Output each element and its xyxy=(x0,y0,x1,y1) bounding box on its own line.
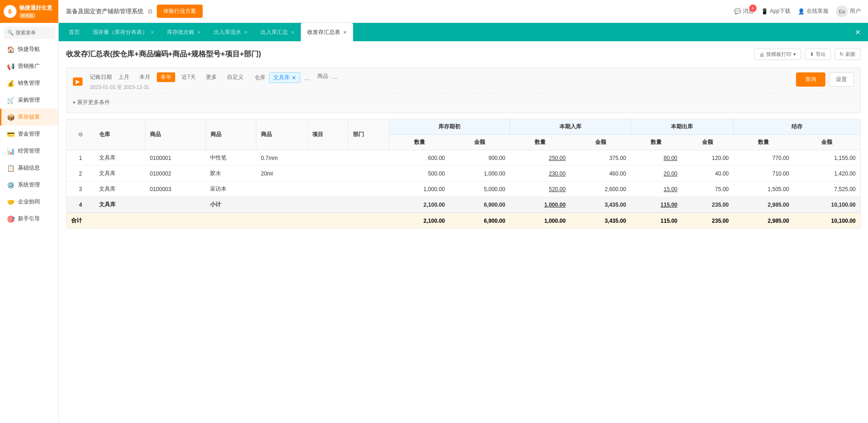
sidebar-item-collab[interactable]: 🤝 企业协同 xyxy=(0,193,58,210)
date-7days[interactable]: 近7天 xyxy=(178,72,199,82)
date-last-month[interactable]: 上月 xyxy=(115,72,133,82)
th-closing-qty: 数量 xyxy=(733,135,794,150)
filter-toggle-icon[interactable]: ▶ xyxy=(73,77,83,86)
th-settings[interactable]: ⚙ xyxy=(66,119,94,150)
cell-warehouse: 文具库 xyxy=(94,166,145,181)
sidebar-item-system[interactable]: ⚙️ 系统管理 xyxy=(0,176,58,193)
tab-in-out-flow[interactable]: 出入库流水 ✕ xyxy=(207,23,254,41)
date-more[interactable]: 更多 xyxy=(202,72,221,82)
warehouse-tag-close[interactable]: ✕ xyxy=(292,75,296,81)
cell-in-qty[interactable]: 520.00 xyxy=(510,181,570,197)
logo-text: 畅捷通好生意 标准版 xyxy=(19,4,52,19)
cell-department xyxy=(348,181,389,197)
sidebar-item-marketing[interactable]: 📢 营销推广 xyxy=(0,58,58,75)
sidebar-item-quick-nav[interactable]: 🏠 快捷导航 xyxy=(0,41,58,58)
data-table-wrapper: ⚙ 仓库 商品 商品 商品 项目 部门 库存期初 本期入库 本期出库 结存 数量 xyxy=(66,119,861,229)
gear-icon[interactable]: ⚙ xyxy=(147,8,153,15)
sidebar-item-guide[interactable]: 🎯 新手引导 xyxy=(0,210,58,227)
search-menu-button[interactable]: 🔍 搜索菜单 xyxy=(4,27,55,39)
footer-in-qty: 1,000.00 xyxy=(510,213,570,228)
tab-batch-account[interactable]: 库存批次账 ✕ xyxy=(160,23,207,41)
export-button[interactable]: ⬇ 导出 xyxy=(805,49,831,60)
cell-opening-qty: 500.00 xyxy=(389,166,450,181)
refresh-icon: ↻ xyxy=(840,51,844,57)
print-button[interactable]: 🖨 按模板打印 ▾ xyxy=(754,49,801,60)
user-menu[interactable]: Ea 用户 xyxy=(836,5,861,17)
th-product-code: 商品 xyxy=(145,119,206,150)
sidebar-item-sales[interactable]: 💰 销售管理 xyxy=(0,75,58,92)
cell-closing-amt: 1,155.00 xyxy=(794,150,860,166)
th-out-amt: 金额 xyxy=(682,135,733,150)
experience-button[interactable]: 体验行业方案 xyxy=(157,5,203,18)
tab-inventory-distribution[interactable]: 现存量（库存分布表） ✕ xyxy=(86,23,160,41)
cell-product-name: 采访本 xyxy=(205,181,256,197)
home-icon: 🏠 xyxy=(7,46,14,53)
tab-receipt-summary[interactable]: 收发存汇总表 ✕ xyxy=(301,23,353,41)
tab-home[interactable]: 首页 xyxy=(62,23,86,41)
cell-out-amt: 235.00 xyxy=(682,197,733,213)
app-download-button[interactable]: 📱 App下载 xyxy=(761,7,791,15)
filter-bar: ▶ 记账日期 上月 本月 本年 近7天 更多 自定义 2023-01-01 至 … xyxy=(66,67,861,113)
cell-out-amt: 75.00 xyxy=(682,181,733,197)
message-button[interactable]: 💬 消息 6 xyxy=(734,7,754,15)
tab-close-icon[interactable]: ✕ xyxy=(291,30,294,35)
date-this-year[interactable]: 本年 xyxy=(157,72,175,82)
date-range-display: 2023-01-01 至 2023-12-31 xyxy=(90,84,247,91)
date-custom[interactable]: 自定义 xyxy=(223,72,247,82)
cell-product-name: 小计 xyxy=(205,197,256,213)
table-row: 4文具库小计2,100.006,900.001,000.003,435.0011… xyxy=(66,197,860,213)
cell-product-name: 中性笔 xyxy=(205,150,256,166)
cell-in-qty[interactable]: 250.00 xyxy=(510,150,570,166)
logo: 6 畅捷通好生意 标准版 xyxy=(0,0,58,23)
finance-icon: 💳 xyxy=(7,131,14,138)
sidebar-item-finance[interactable]: 💳 资金管理 xyxy=(0,126,58,143)
th-product-name: 商品 xyxy=(205,119,256,150)
refresh-button[interactable]: ↻ 刷新 xyxy=(835,49,861,60)
cell-closing-qty: 2,985.00 xyxy=(733,197,794,213)
page-content: 收发存汇总表(按仓库+商品编码+商品+规格型号+项目+部门) 🖨 按模板打印 ▾… xyxy=(59,41,868,423)
filter-settings-button[interactable]: 设置 xyxy=(829,72,854,87)
tab-close-icon[interactable]: ✕ xyxy=(197,30,201,35)
cell-out-qty[interactable]: 15.00 xyxy=(630,181,682,197)
cell-in-qty[interactable]: 230.00 xyxy=(510,166,570,181)
table-row: 3文具库0100003采访本1,000.005,000.00520.002,60… xyxy=(66,181,860,197)
tab-close-icon[interactable]: ✕ xyxy=(244,30,248,35)
tab-close-icon[interactable]: ✕ xyxy=(343,30,347,35)
tabbar-close-all[interactable]: ✕ xyxy=(851,28,864,37)
cell-in-qty[interactable]: 1,000.00 xyxy=(510,197,570,213)
message-icon: 💬 xyxy=(734,8,741,15)
cell-out-qty[interactable]: 80.00 xyxy=(630,150,682,166)
sidebar-item-inventory[interactable]: 📦 库存核算 xyxy=(0,109,58,126)
th-product-spec: 商品 xyxy=(256,119,308,150)
data-table: ⚙ 仓库 商品 商品 商品 项目 部门 库存期初 本期入库 本期出库 结存 数量 xyxy=(66,119,860,228)
cell-no: 1 xyxy=(66,150,94,166)
product-more-button[interactable]: ... xyxy=(332,73,338,80)
footer-label: 合计 xyxy=(66,213,389,228)
th-in-qty: 数量 xyxy=(510,135,570,150)
sidebar-item-business[interactable]: 📊 经营管理 xyxy=(0,143,58,159)
tab-close-icon[interactable]: ✕ xyxy=(150,30,154,35)
sidebar-item-basic-info[interactable]: 📋 基础信息 xyxy=(0,159,58,176)
warehouse-tag: 文具库 ✕ xyxy=(269,72,300,83)
tab-in-out-summary[interactable]: 出入库汇总 ✕ xyxy=(254,23,301,41)
sidebar-item-purchase[interactable]: 🛒 采购管理 xyxy=(0,92,58,109)
cell-out-qty[interactable]: 115.00 xyxy=(630,197,682,213)
date-this-month[interactable]: 本月 xyxy=(136,72,154,82)
avatar: Ea xyxy=(836,5,848,17)
footer-opening-amt: 6,900.00 xyxy=(449,213,510,228)
warehouse-filter: 仓库 文具库 ✕ ... xyxy=(254,72,310,83)
tabbar: 首页 现存量（库存分布表） ✕ 库存批次账 ✕ 出入库流水 ✕ 出入库汇总 ✕ … xyxy=(59,23,868,41)
expand-more-conditions[interactable]: ▾ 展开更多条件 xyxy=(73,97,854,108)
warehouse-more-button[interactable]: ... xyxy=(304,74,310,82)
logo-icon: 6 xyxy=(4,5,17,18)
date-filter: 记账日期 上月 本月 本年 近7天 更多 自定义 2023-01-01 至 20… xyxy=(90,72,247,91)
page-title: 收发存汇总表(按仓库+商品编码+商品+规格型号+项目+部门) xyxy=(66,49,261,59)
online-service-button[interactable]: 👤 在线客服 xyxy=(798,7,829,15)
cell-warehouse: 文具库 xyxy=(94,150,145,166)
product-filter: 商品 ... xyxy=(317,72,338,80)
topbar-right: 💬 消息 6 📱 App下载 👤 在线客服 Ea 用户 xyxy=(734,5,861,17)
cell-out-qty[interactable]: 20.00 xyxy=(630,166,682,181)
query-button[interactable]: 查询 xyxy=(796,72,825,87)
filter-divider xyxy=(73,93,854,94)
cell-closing-amt: 1,420.00 xyxy=(794,166,860,181)
